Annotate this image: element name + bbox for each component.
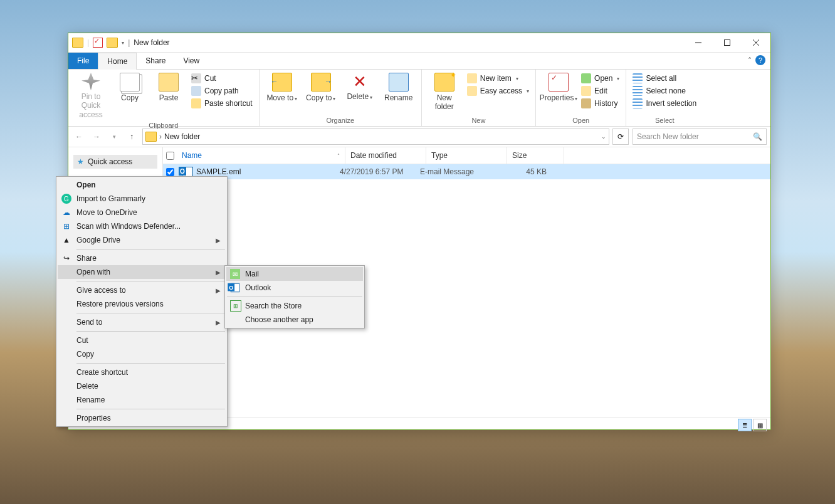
submenu-choose-another[interactable]: Choose another app (226, 313, 363, 327)
folder-icon (145, 132, 157, 142)
ribbon: Pin to Quick access Copy Paste Cut Copy … (68, 70, 770, 127)
address-bar[interactable]: › New folder ⌄ (142, 129, 609, 145)
outlook-icon (182, 167, 193, 177)
delete-button[interactable]: ✕Delete (341, 71, 379, 102)
submenu-mail[interactable]: ✉Mail (226, 267, 363, 281)
help-icon[interactable]: ? (755, 55, 765, 65)
file-name: SAMPLE.eml (196, 167, 241, 176)
tab-view[interactable]: View (174, 53, 208, 69)
paste-button[interactable]: Paste (150, 71, 187, 103)
ctx-open[interactable]: Open (58, 178, 226, 192)
open-button[interactable]: Open (579, 73, 622, 84)
nav-bar: ← → ▾ ↑ › New folder ⌄ ⟳ Search New fold… (68, 127, 770, 147)
new-item-icon (467, 73, 477, 83)
maximize-button[interactable] (713, 33, 742, 52)
select-all-checkbox[interactable] (166, 152, 174, 160)
recent-locations-button[interactable]: ▾ (107, 130, 121, 144)
svg-rect-1 (725, 40, 730, 46)
grammarly-icon: G (61, 194, 71, 204)
search-box[interactable]: Search New folder 🔍 (633, 129, 767, 145)
select-none-icon (633, 86, 643, 96)
window-title: New folder (134, 38, 169, 47)
back-button[interactable]: ← (72, 130, 86, 144)
copy-to-button[interactable]: Copy to (302, 71, 340, 103)
paste-shortcut-button[interactable]: Paste shortcut (189, 98, 255, 109)
store-icon: ⊞ (230, 300, 241, 312)
chevron-right-icon: ▶ (216, 237, 221, 244)
invert-selection-button[interactable]: Invert selection (630, 98, 699, 109)
copy-button[interactable]: Copy (111, 71, 149, 103)
ctx-share[interactable]: ↪Share (58, 251, 226, 265)
submenu-search-store[interactable]: ⊞Search the Store (226, 299, 363, 313)
collapse-ribbon-icon[interactable]: ˄ (748, 56, 752, 65)
row-checkbox[interactable] (166, 168, 174, 176)
ctx-rename[interactable]: Rename (58, 393, 226, 407)
select-none-button[interactable]: Select none (630, 85, 699, 97)
ctx-cut[interactable]: Cut (58, 333, 226, 347)
col-name[interactable]: Name˄ (177, 147, 345, 164)
up-button[interactable]: ↑ (125, 130, 139, 144)
edit-icon (581, 86, 591, 96)
ctx-give-access[interactable]: Give access to▶ (58, 283, 226, 297)
title-bar: | ▾ | New folder (68, 33, 770, 53)
qat-dropdown[interactable]: ▾ (122, 40, 124, 46)
ctx-google-drive[interactable]: ▲Google Drive▶ (58, 233, 226, 247)
details-view-button[interactable]: ≣ (738, 419, 752, 431)
ribbon-tabs: File Home Share View ˄ ? (68, 53, 770, 70)
search-placeholder: Search New folder (637, 132, 699, 141)
mail-icon: ✉ (230, 269, 240, 279)
paste-shortcut-icon (191, 98, 201, 108)
select-all-button[interactable]: Select all (630, 73, 699, 84)
new-item-button[interactable]: New item (465, 73, 532, 84)
ctx-delete[interactable]: Delete (58, 379, 226, 393)
ctx-open-with[interactable]: Open with▶ (58, 265, 226, 279)
ctx-move-onedrive[interactable]: ☁Move to OneDrive (58, 206, 226, 219)
properties-button[interactable]: Properties (540, 71, 577, 103)
chevron-right-icon: ▶ (216, 269, 221, 276)
close-button[interactable] (742, 33, 770, 52)
col-size[interactable]: Size (507, 147, 564, 164)
group-open: Properties Open Edit History Open (536, 70, 626, 126)
new-folder-button[interactable]: New folder (426, 71, 463, 113)
breadcrumb[interactable]: New folder (164, 132, 200, 141)
qat-sep: | (87, 38, 89, 47)
history-button[interactable]: History (579, 98, 622, 109)
file-size: 45 KB (495, 167, 552, 176)
file-date: 4/27/2019 6:57 PM (335, 167, 415, 176)
file-row[interactable]: SAMPLE.eml 4/27/2019 6:57 PM E-mail Mess… (163, 164, 770, 179)
star-icon: ★ (77, 157, 84, 166)
minimize-button[interactable] (684, 33, 713, 52)
onedrive-icon: ☁ (61, 207, 71, 218)
edit-button[interactable]: Edit (579, 85, 622, 97)
ctx-properties[interactable]: Properties (58, 411, 226, 425)
copy-path-button[interactable]: Copy path (189, 85, 255, 97)
move-to-button[interactable]: Move to (263, 71, 301, 103)
submenu-outlook[interactable]: Outlook (226, 281, 363, 295)
ctx-import-grammarly[interactable]: GImport to Grammarly (58, 192, 226, 206)
cut-button[interactable]: Cut (189, 73, 255, 84)
ctx-scan-defender[interactable]: ⊞Scan with Windows Defender... (58, 219, 226, 233)
tab-share[interactable]: Share (137, 53, 174, 69)
tab-home[interactable]: Home (98, 53, 137, 70)
group-clipboard: Pin to Quick access Copy Paste Cut Copy … (68, 70, 260, 126)
open-with-submenu: ✉Mail Outlook ⊞Search the Store Choose a… (224, 265, 365, 328)
icons-view-button[interactable]: ▦ (753, 419, 767, 431)
ctx-copy[interactable]: Copy (58, 347, 226, 361)
sidebar-item-quick-access[interactable]: ★ Quick access (73, 155, 157, 169)
ctx-send-to[interactable]: Send to▶ (58, 315, 226, 329)
rename-button[interactable]: Rename (380, 71, 418, 103)
address-dropdown[interactable]: ⌄ (601, 134, 606, 140)
group-new: New folder New item Easy access New (422, 70, 536, 126)
forward-button[interactable]: → (90, 130, 103, 144)
col-type[interactable]: Type (426, 147, 507, 164)
col-date[interactable]: Date modified (345, 147, 426, 164)
checkbox-icon[interactable] (93, 38, 103, 48)
pin-quick-access-button[interactable]: Pin to Quick access (72, 71, 110, 120)
ctx-restore[interactable]: Restore previous versions (58, 297, 226, 311)
easy-access-button[interactable]: Easy access (465, 85, 532, 97)
tab-file[interactable]: File (68, 53, 98, 69)
group-organize: Move to Copy to ✕Delete Rename Organize (260, 70, 422, 126)
ctx-create-shortcut[interactable]: Create shortcut (58, 365, 226, 379)
refresh-button[interactable]: ⟳ (612, 129, 629, 145)
copy-path-icon (191, 86, 201, 96)
